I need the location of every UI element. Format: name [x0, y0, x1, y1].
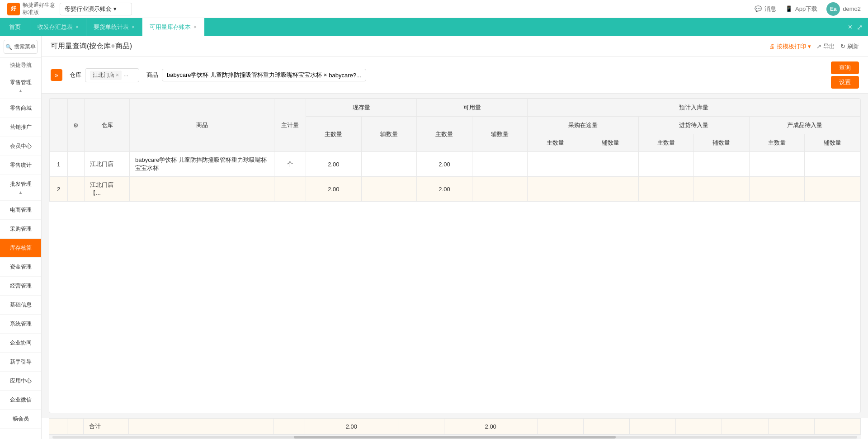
total-stock-aux: [398, 419, 444, 434]
sidebar-item-retail-mall[interactable]: 零售商城: [0, 99, 41, 118]
settings-button[interactable]: 设置: [831, 76, 859, 89]
bottom-bar: 合计 2.00 2.00: [42, 418, 868, 439]
sidebar-item-app-center[interactable]: 应用中心: [0, 372, 41, 391]
tab-home[interactable]: 首页: [0, 18, 30, 36]
close-window-btn[interactable]: ×: [848, 23, 852, 31]
chevron-down-icon: ▾: [113, 5, 117, 12]
total-pur2: [629, 419, 675, 434]
total-goods2: [722, 419, 768, 434]
warehouse-tag: 江北门店 ×: [90, 71, 122, 80]
scrollbar-track[interactable]: [52, 436, 857, 439]
sidebar-item-wholesale[interactable]: 批发管理 ▲: [0, 175, 41, 201]
th-row-num: [50, 99, 68, 152]
expand-icon: ▲: [19, 190, 23, 195]
cell-goods-pending-main: [638, 177, 694, 202]
chevron-right-icon: »: [55, 71, 58, 79]
warehouse-label: 仓库: [70, 71, 81, 79]
search-icon: 🔍: [5, 44, 12, 50]
settings-icon[interactable]: ⚙: [73, 122, 79, 129]
query-button[interactable]: 查询: [831, 61, 859, 74]
main-layout: 🔍 搜索菜单 快捷导航 零售管理 ▲ 零售商城 营销推广 会员中心 零售统计 批…: [0, 36, 868, 439]
th-goods-pending-main: 主数量: [638, 134, 694, 152]
cell-main-unit: 个: [274, 152, 306, 177]
cell-pur-transit-aux: [583, 152, 638, 177]
message-btn[interactable]: 💬 消息: [755, 5, 776, 13]
expand-filter-btn[interactable]: »: [51, 69, 62, 81]
more-options-icon[interactable]: ···: [123, 72, 128, 79]
sidebar-item-enterprise-collab[interactable]: 企业协同: [0, 334, 41, 353]
warehouse-filter-group: 仓库 江北门店 × ···: [70, 68, 139, 82]
remove-warehouse-icon[interactable]: ×: [116, 72, 119, 78]
sidebar-item-finance[interactable]: 资金管理: [0, 258, 41, 277]
sidebar: 🔍 搜索菜单 快捷导航 零售管理 ▲ 零售商城 营销推广 会员中心 零售统计 批…: [0, 36, 42, 439]
warehouse-input[interactable]: 江北门店 × ···: [85, 68, 139, 82]
user-profile[interactable]: Ea demo2: [826, 2, 861, 16]
page-header: 可用量查询(按仓库+商品) 🖨 按模板打印 ▾ ↗ 导出 ↻ 刷新: [42, 36, 868, 57]
top-bar-left: 好 畅捷通好生意 标准版 母婴行业演示账套 ▾: [7, 2, 132, 16]
cell-product: [130, 177, 274, 202]
page-title: 可用量查询(按仓库+商品): [51, 42, 132, 51]
scrollbar-thumb[interactable]: [294, 436, 616, 439]
th-settings: ⚙: [68, 99, 85, 152]
th-prod-pending-aux: 辅数量: [805, 134, 860, 152]
sidebar-item-retail-stats[interactable]: 零售统计: [0, 156, 41, 175]
sidebar-item-operations[interactable]: 经营管理: [0, 277, 41, 296]
close-icon[interactable]: ×: [193, 24, 197, 30]
sidebar-item-new-guide[interactable]: 新手引导: [0, 353, 41, 372]
tab-receive-summary[interactable]: 收发存汇总表 ×: [30, 18, 86, 36]
sidebar-item-purchase[interactable]: 采购管理: [0, 220, 41, 239]
total-pur1: [583, 419, 629, 434]
export-btn[interactable]: ↗ 导出: [816, 42, 835, 51]
sidebar-item-ecommerce[interactable]: 电商管理: [0, 201, 41, 220]
total-avail-aux: [537, 419, 583, 434]
cell-prod-pending-main: [749, 177, 805, 202]
refresh-btn[interactable]: ↻ 刷新: [840, 42, 859, 51]
sidebar-item-members[interactable]: 会员中心: [0, 137, 41, 156]
th-prod-pending-main: 主数量: [749, 134, 805, 152]
th-product: 商品: [130, 99, 274, 152]
remove-product1-icon[interactable]: ×: [324, 71, 327, 78]
th-prod-pending-group: 产成品待入量: [749, 117, 860, 134]
data-table-container: ⚙ 仓库 商品 主计量 现存量 可用量 预计入库量 主数量 辅数量 主数量 辅数…: [49, 98, 861, 413]
sidebar-item-retail-mgmt[interactable]: 零售管理 ▲: [0, 73, 41, 99]
sidebar-item-member-vip[interactable]: 畅会员: [0, 410, 41, 429]
cell-settings: [68, 177, 85, 202]
cell-prod-pending-aux: [805, 177, 860, 202]
content-area: 可用量查询(按仓库+商品) 🖨 按模板打印 ▾ ↗ 导出 ↻ 刷新: [42, 36, 868, 439]
quick-nav-btn[interactable]: 快捷导航: [0, 58, 41, 73]
th-expected-in-group: 预计入库量: [528, 99, 860, 117]
tab-order-stats[interactable]: 要货单统计表 ×: [86, 18, 142, 36]
logo-icon: 好: [7, 3, 20, 15]
tab-available-stock[interactable]: 可用量库存账本 ×: [142, 18, 204, 36]
app-download-btn[interactable]: 📱 App下载: [785, 5, 817, 13]
sidebar-search-area: 🔍 搜索菜单: [0, 36, 41, 58]
export-icon: ↗: [816, 43, 821, 50]
sidebar-item-inventory[interactable]: 库存核算: [0, 239, 41, 258]
top-bar-right: 💬 消息 📱 App下载 Ea demo2: [755, 2, 861, 16]
search-menu-btn[interactable]: 🔍 搜索菜单: [4, 40, 38, 54]
cell-goods-pending-aux: [694, 177, 750, 202]
account-dropdown[interactable]: 母婴行业演示账套 ▾: [60, 3, 132, 15]
th-goods-pending-aux: 辅数量: [694, 134, 750, 152]
total-prod1: [768, 419, 814, 434]
cell-avail-main: 2.00: [417, 177, 472, 202]
sidebar-item-basic-info[interactable]: 基础信息: [0, 296, 41, 315]
logo-text: 畅捷通好生意 标准版: [23, 2, 55, 16]
maximize-window-btn[interactable]: ⤢: [857, 23, 863, 32]
th-stock-main: 主数量: [306, 117, 362, 152]
sidebar-item-enterprise-wechat[interactable]: 企业微信: [0, 391, 41, 410]
product-label: 商品: [146, 71, 158, 79]
filter-bar: » 仓库 江北门店 × ··· 商品 babycare学饮杯 儿童防摔防撞吸管杯…: [42, 57, 868, 94]
sidebar-item-marketing[interactable]: 营销推广: [0, 118, 41, 137]
th-main-unit: 主计量: [274, 99, 306, 152]
th-pur-transit-group: 采购在途量: [528, 117, 638, 134]
sidebar-item-system[interactable]: 系统管理: [0, 315, 41, 334]
top-bar: 好 畅捷通好生意 标准版 母婴行业演示账套 ▾ 💬 消息 📱 App下载 Ea …: [0, 0, 868, 18]
template-print-btn[interactable]: 🖨 按模板打印 ▾: [769, 42, 811, 51]
product-input[interactable]: babycare学饮杯 儿童防摔防撞吸管杯重力球吸嘴杯宝宝水杯 × babyca…: [162, 69, 366, 81]
close-icon[interactable]: ×: [75, 24, 79, 30]
table-row: 1 江北门店 babycare学饮杯 儿童防摔防撞吸管杯重力球吸嘴杯宝宝水杯 个…: [50, 152, 860, 177]
close-icon[interactable]: ×: [132, 24, 135, 30]
expand-icon: ▲: [19, 88, 23, 93]
cell-stock-aux: [361, 152, 417, 177]
